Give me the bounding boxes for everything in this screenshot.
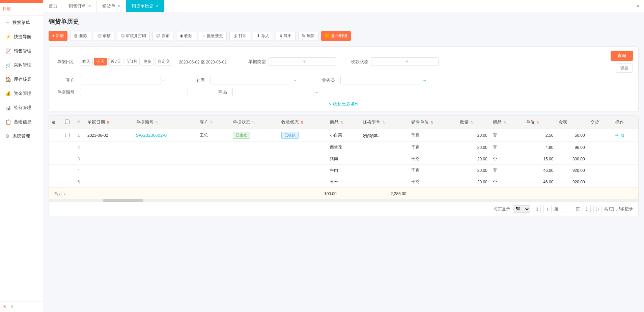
sidebar-item-inventory[interactable]: 🏠 库存核算 — [0, 72, 43, 86]
tab-home[interactable]: 首页 — [43, 0, 63, 12]
table-body: 1 2023-06-02 SA-20230602-0 王总 已生效 已收款 小白… — [49, 129, 638, 188]
col-customer[interactable]: 客户 ⇅ — [197, 116, 230, 129]
cell-num-1: 2 — [73, 142, 85, 153]
date-btn-1month[interactable]: 近1月 — [125, 58, 140, 66]
tab-sales-order-close[interactable]: ✕ — [88, 4, 91, 8]
date-btn-custom[interactable]: 自定义 — [155, 58, 172, 66]
cell-collect-status-0: 已收款 — [279, 129, 327, 142]
tab-sales-history-close[interactable]: ✕ — [156, 4, 159, 8]
sidebar-bottom-icon2[interactable]: ⏸ — [9, 304, 14, 309]
goods-ellipsis[interactable]: ··· — [315, 90, 318, 95]
page-next-btn[interactable]: ⟩ — [583, 205, 591, 213]
filter-salesperson-input[interactable] — [340, 76, 421, 84]
cell-gift-1: 否 — [490, 142, 523, 153]
batch-change-button[interactable]: ⊙ 批量变更 — [199, 31, 227, 41]
edit-btn-0[interactable]: ✏ — [615, 133, 619, 138]
filter-customer-input[interactable] — [80, 76, 161, 84]
col-collect-status-label: 收款状态 — [281, 120, 299, 125]
col-qty[interactable]: 数量 ⇅ — [457, 116, 490, 129]
cell-unit-0: 千克 — [409, 129, 457, 142]
col-unit-price[interactable]: 单价 ⇅ — [523, 116, 556, 129]
cell-customer-0: 王总 — [197, 129, 230, 142]
col-unit[interactable]: 销售单位 ⇅ — [409, 116, 457, 129]
print-button[interactable]: 🖨 打印 — [229, 31, 250, 41]
row-checkbox-0[interactable] — [65, 133, 69, 137]
copy-btn-0[interactable]: ⧉ — [621, 133, 624, 138]
date-btn-today[interactable]: 今天 — [94, 58, 107, 66]
setting-button[interactable]: 设置 — [616, 63, 633, 73]
date-btn-7days[interactable]: 近7天 — [108, 58, 123, 66]
date-btn-more[interactable]: 更多 — [141, 58, 154, 66]
sidebar-item-basic-info[interactable]: 📋 基础信息 — [0, 115, 43, 129]
tab-sales-goods[interactable]: 销货单 ✕ — [97, 0, 126, 12]
filter-collect-status-select[interactable]: ▼ — [371, 57, 439, 66]
select-all-checkbox[interactable] — [65, 120, 69, 124]
sidebar-item-sales-mgmt[interactable]: 📈 销售管理 — [0, 44, 43, 58]
cell-doc-date-3 — [85, 165, 133, 176]
sidebar-item-search-menu[interactable]: ☰ 搜索菜单 — [0, 16, 43, 30]
collapse-more-conditions[interactable]: ∧ 收起更多条件 — [54, 100, 633, 107]
col-collect-status[interactable]: 收款状态 ⇅ — [279, 116, 327, 129]
cell-amount-0: 50.00 — [556, 129, 587, 142]
sidebar-bottom-icon1[interactable]: ☀ — [3, 304, 7, 309]
page-input[interactable]: 1 — [561, 206, 573, 212]
filter-docno-input[interactable] — [80, 88, 188, 96]
page-last-btn[interactable]: ⟩⟩ — [593, 205, 601, 213]
cell-checkbox-2 — [62, 153, 73, 165]
col-goods[interactable]: 商品 ⇅ — [327, 116, 360, 129]
col-unit-sort: ⇅ — [430, 121, 433, 124]
query-button[interactable]: 查询 — [611, 51, 633, 61]
tab-close-all[interactable]: ✕ — [633, 4, 644, 8]
col-qty-sort: ⇅ — [470, 121, 473, 124]
delete-button[interactable]: 🗑 删除 — [70, 31, 91, 41]
filter-goods-input[interactable] — [232, 88, 313, 96]
audit-print-button[interactable]: ◎ 审核并打印 — [117, 31, 150, 41]
page-first-btn[interactable]: ⟨⟨ — [533, 205, 541, 213]
col-spec[interactable]: 规格型号 ⇅ — [360, 116, 409, 129]
filter-type-select[interactable]: ▼ — [269, 57, 336, 66]
sidebar-item-quick-nav[interactable]: ⚡ 快捷导航 — [0, 30, 43, 44]
cell-doc-status-1 — [230, 142, 279, 153]
audit-button[interactable]: ◎ 审核 — [94, 31, 114, 41]
sidebar-item-ops-mgmt[interactable]: 📊 经营管理 — [0, 101, 43, 115]
collect-button[interactable]: ◉ 收款 — [176, 31, 196, 41]
tab-sales-order[interactable]: 销售订单 ✕ — [63, 0, 97, 12]
new-button[interactable]: + 新增 — [49, 31, 67, 41]
col-actions-label: 操作 — [615, 120, 624, 125]
warehouse-ellipsis[interactable]: ··· — [292, 78, 296, 83]
customer-ellipsis[interactable]: ··· — [162, 78, 166, 83]
col-settings[interactable]: ⚙ — [49, 116, 62, 129]
export-button[interactable]: ⬇ 导出 — [276, 31, 296, 41]
col-doc-date[interactable]: 单据日期 ⇅ — [85, 116, 133, 129]
refresh-button[interactable]: ↻ 刷新 — [298, 31, 318, 41]
col-gift[interactable]: 赠品 ⇅ — [490, 116, 523, 129]
cell-unit-price-4: 46.00 — [523, 176, 556, 188]
filter-warehouse-input[interactable] — [210, 76, 291, 84]
salesperson-ellipsis[interactable]: ··· — [423, 78, 426, 83]
filter-collect-status-arrow: ▼ — [405, 59, 436, 64]
col-doc-status[interactable]: 单据状态 ⇅ — [230, 116, 279, 129]
show-detail-button[interactable]: 🟧 显示明细 — [321, 31, 351, 41]
cell-goods-4: 玉米 — [327, 176, 360, 188]
table-row: 5 玉米 千克 20.00 否 46.00 920.00 — [49, 176, 638, 188]
col-unit-label: 销售单位 — [411, 120, 429, 125]
discard-button[interactable]: ◎ 弃审 — [152, 31, 173, 41]
filter-warehouse-label: 仓库 — [185, 77, 205, 83]
sidebar-item-system-mgmt[interactable]: ⚙ 系统管理 — [0, 129, 43, 143]
scroll-bar-thumb[interactable] — [103, 199, 143, 202]
doc-no-link-0[interactable]: SA-20230602-0 — [136, 133, 167, 138]
main-area: 首页 销售订单 ✕ 销货单 ✕ 销货单历史 ✕ ✕ 销货单历史 + 新增 🗑 删… — [43, 0, 644, 312]
cell-actions-2 — [613, 153, 638, 165]
settings-icon[interactable]: ⚙ — [52, 120, 56, 125]
import-button[interactable]: ⬆ 导入 — [253, 31, 273, 41]
date-btn-yesterday[interactable]: 昨天 — [80, 58, 93, 66]
sidebar-item-purchase-mgmt[interactable]: 🛒 采购管理 — [0, 58, 43, 72]
per-page-select[interactable]: 50 100 200 — [513, 205, 530, 213]
col-doc-no[interactable]: 单据编号 ⇅ — [133, 116, 197, 129]
cell-customer-3 — [197, 165, 230, 176]
page-prev-btn[interactable]: ⟨ — [543, 205, 552, 213]
tab-sales-goods-close[interactable]: ✕ — [117, 4, 120, 8]
col-spec-sort: ⇅ — [382, 121, 385, 124]
sidebar-item-finance-mgmt[interactable]: 💰 资金管理 — [0, 86, 43, 101]
tab-sales-history[interactable]: 销货单历史 ✕ — [126, 0, 164, 12]
